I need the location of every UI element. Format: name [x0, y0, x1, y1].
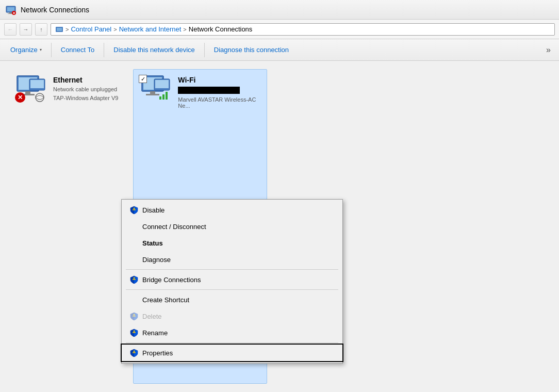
wifi-text: Wi-Fi Marvell AVASTAR Wireless-AC Ne... [178, 74, 262, 109]
ctx-bridge[interactable]: Bridge Connections [122, 271, 342, 288]
shield-icon-bridge [130, 275, 138, 284]
ethernet-status: Network cable unplugged [53, 86, 118, 93]
shield-icon-delete [130, 312, 138, 320]
svg-text:✕: ✕ [18, 94, 23, 101]
disable-button[interactable]: Disable this network device [107, 43, 201, 57]
svg-rect-26 [133, 209, 136, 210]
connect-to-button[interactable]: Connect To [55, 43, 101, 57]
ctx-delete-label: Delete [142, 313, 162, 320]
svg-point-35 [134, 351, 135, 352]
ctx-shortcut-label: Create Shortcut [142, 296, 189, 304]
disable-label: Disable this network device [113, 46, 195, 54]
toolbar: Organize ▾ Connect To Disable this netwo… [0, 39, 559, 61]
breadcrumb-sep-1: > [65, 26, 69, 32]
ctx-sep-1 [126, 269, 338, 270]
wifi-adapter: Marvell AVASTAR Wireless-AC Ne... [178, 96, 262, 109]
breadcrumb-sep-3: > [183, 26, 186, 32]
toolbar-divider-3 [204, 43, 205, 57]
title-bar: ✕ Network Connections [0, 0, 559, 20]
ethernet-text: Ethernet Network cable unplugged TAP-Win… [53, 74, 118, 101]
svg-point-29 [134, 277, 135, 279]
breadcrumb-sep-2: > [113, 26, 117, 32]
svg-rect-25 [166, 92, 168, 100]
svg-rect-28 [133, 279, 136, 280]
breadcrumb-network-connections: Network Connections [189, 25, 253, 33]
svg-text:✕: ✕ [12, 11, 15, 15]
ctx-status[interactable]: Status [122, 235, 342, 251]
ctx-status-label: Status [142, 239, 163, 247]
shield-icon-properties [130, 349, 138, 357]
ethernet-adapter: TAP-Windows Adapter V9 [53, 95, 118, 101]
svg-rect-30 [133, 316, 136, 317]
ctx-sep-3 [126, 342, 338, 343]
ethernet-item[interactable]: ✕ Ethernet Network cable unplugged TAP-W… [8, 69, 123, 384]
svg-rect-34 [133, 352, 136, 353]
ctx-properties[interactable]: Properties [122, 345, 342, 361]
ethernet-icon: ✕ [13, 74, 48, 105]
organize-arrow: ▾ [40, 47, 42, 52]
svg-point-16 [36, 93, 44, 102]
ctx-diagnose-label: Diagnose [142, 256, 171, 264]
svg-point-31 [134, 314, 135, 316]
wifi-ssid-redacted [178, 87, 240, 94]
app-icon: ✕ [5, 4, 17, 15]
svg-point-27 [134, 208, 135, 209]
connect-to-label: Connect To [61, 46, 95, 54]
shield-icon-disable [130, 206, 138, 214]
diagnose-button[interactable]: Diagnose this connection [208, 43, 295, 57]
ctx-disable[interactable]: Disable [122, 202, 342, 218]
ctx-delete[interactable]: Delete [122, 308, 342, 324]
svg-rect-32 [133, 332, 136, 333]
wifi-icon-wrapper: ✓ [138, 74, 173, 105]
toolbar-divider-2 [104, 43, 104, 57]
wifi-name: Wi-Fi [178, 76, 262, 84]
ctx-properties-label: Properties [142, 349, 173, 357]
organize-label: Organize [10, 46, 38, 54]
ctx-diagnose[interactable]: Diagnose [122, 251, 342, 268]
toolbar-divider-1 [51, 43, 52, 57]
svg-rect-13 [30, 80, 44, 88]
forward-button[interactable]: → [20, 23, 32, 36]
svg-rect-1 [7, 7, 14, 11]
ctx-connect-label: Connect / Disconnect [142, 223, 206, 231]
context-menu: Disable Connect / Disconnect Status Diag… [121, 199, 343, 364]
svg-point-33 [134, 331, 135, 332]
up-button[interactable]: ↑ [35, 23, 47, 36]
ethernet-icon-wrapper: ✕ [13, 74, 48, 105]
content-area: ✕ Ethernet Network cable unplugged TAP-W… [0, 61, 559, 392]
svg-rect-7 [57, 28, 62, 31]
ctx-rename-label: Rename [142, 329, 168, 337]
ctx-sep-2 [126, 289, 338, 290]
breadcrumb-network-internet[interactable]: Network and Internet [119, 25, 182, 33]
ctx-disable-label: Disable [142, 206, 165, 214]
svg-rect-23 [159, 96, 161, 100]
ctx-rename[interactable]: Rename [122, 324, 342, 341]
breadcrumb-control-panel[interactable]: Control Panel [71, 25, 111, 33]
wifi-checkbox: ✓ [139, 75, 147, 83]
address-bar: ← → ↑ > Control Panel > Network and Inte… [0, 20, 559, 39]
title-text: Network Connections [21, 6, 89, 14]
shield-icon-rename [130, 329, 138, 337]
ctx-create-shortcut[interactable]: Create Shortcut [122, 291, 342, 308]
ctx-connect-disconnect[interactable]: Connect / Disconnect [122, 218, 342, 235]
breadcrumb-icon [55, 25, 63, 34]
svg-rect-22 [155, 80, 169, 88]
ethernet-name: Ethernet [53, 76, 118, 84]
organize-button[interactable]: Organize ▾ [4, 43, 48, 57]
ctx-bridge-label: Bridge Connections [142, 276, 201, 284]
address-path[interactable]: > Control Panel > Network and Internet >… [51, 23, 555, 36]
svg-rect-24 [162, 94, 165, 100]
more-options[interactable]: » [542, 43, 555, 57]
back-button[interactable]: ← [4, 23, 17, 36]
svg-rect-20 [146, 94, 159, 95]
diagnose-label: Diagnose this connection [214, 46, 289, 54]
